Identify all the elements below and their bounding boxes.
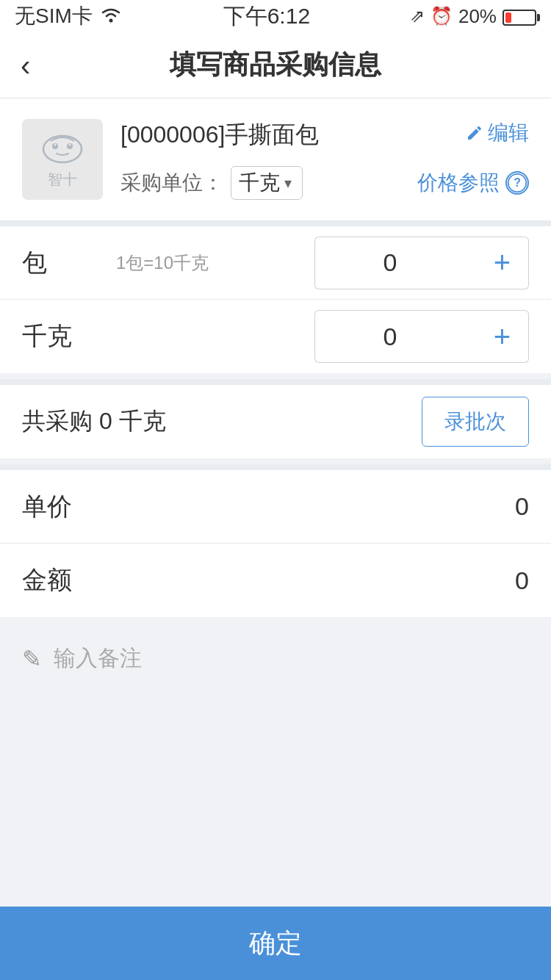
kg-plus-button[interactable]: + [476, 310, 529, 363]
batch-button[interactable]: 录批次 [422, 397, 529, 447]
unit-value: 千克 [239, 169, 280, 197]
price-ref-label: 价格参照 [417, 169, 500, 197]
price-reference-button[interactable]: 价格参照 ? [417, 169, 529, 197]
owl-label: 智十 [48, 170, 77, 190]
kg-qty-wrapper: + [314, 310, 529, 363]
product-meta: 采购单位： 千克 ▾ 价格参照 ? [120, 166, 529, 200]
status-indicators: ⇗ ⏰ 20% [410, 5, 536, 28]
edit-label: 编辑 [488, 119, 529, 147]
status-time: 下午6:12 [223, 1, 310, 32]
status-carrier-wifi: 无SIM卡 [15, 2, 123, 30]
svg-point-4 [54, 143, 57, 145]
svg-point-1 [43, 136, 82, 162]
svg-text:?: ? [514, 176, 521, 189]
wifi-icon [98, 4, 123, 28]
amount-label: 金额 [22, 563, 72, 597]
bao-qty-wrapper: + [314, 237, 529, 289]
product-header: [0000006]手撕面包 编辑 [120, 119, 529, 151]
confirm-button[interactable]: 确定 [0, 907, 551, 980]
bao-sublabel: 1包=10千克 [116, 251, 209, 275]
product-card: 智十 [0000006]手撕面包 编辑 采购单位： 千克 ▾ 价格参照 [0, 98, 551, 226]
product-image: 智十 [22, 119, 103, 200]
amount-value: 0 [515, 566, 529, 595]
remark-placeholder: 输入备注 [54, 644, 142, 674]
summary-row: 共采购 0 千克 录批次 [0, 385, 551, 458]
unit-price-label: 单价 [22, 490, 72, 524]
remark-section[interactable]: ✎ 输入备注 [0, 623, 551, 694]
bao-plus-button[interactable]: + [476, 237, 529, 289]
edit-button[interactable]: 编辑 [466, 119, 529, 147]
carrier-label: 无SIM卡 [15, 2, 93, 30]
location-icon: ⇗ [410, 6, 425, 26]
back-button[interactable]: ‹ [21, 51, 30, 80]
bao-label: 包 [22, 246, 110, 280]
kg-label: 千克 [22, 320, 110, 353]
kg-row: 千克 + [0, 300, 551, 373]
help-icon: ? [505, 171, 529, 195]
bottom-spacer [0, 694, 551, 922]
kg-quantity-input[interactable] [314, 310, 476, 363]
summary-value: 0 [99, 408, 112, 434]
unit-label: 采购单位： 千克 ▾ [120, 166, 303, 200]
unit-select[interactable]: 千克 ▾ [231, 166, 303, 200]
price-section: 单价 0 金额 0 [0, 464, 551, 617]
alarm-icon: ⏰ [431, 6, 453, 26]
bao-row: 包 1包=10千克 + [0, 226, 551, 300]
pencil-icon: ✎ [22, 645, 42, 673]
product-info: [0000006]手撕面包 编辑 采购单位： 千克 ▾ 价格参照 [120, 119, 529, 200]
bao-quantity-input[interactable] [314, 237, 476, 289]
page-title: 填写商品采购信息 [170, 47, 381, 83]
summary-section: 共采购 0 千克 录批次 [0, 379, 551, 458]
nav-bar: ‹ 填写商品采购信息 [0, 32, 551, 98]
battery-icon [503, 5, 536, 28]
summary-unit: 千克 [119, 408, 166, 434]
chevron-down-icon: ▾ [284, 174, 292, 192]
svg-point-5 [69, 143, 71, 145]
status-bar: 无SIM卡 下午6:12 ⇗ ⏰ 20% [0, 0, 551, 32]
unit-price-row: 单价 0 [0, 470, 551, 544]
summary-text: 共采购 0 千克 [22, 406, 166, 438]
svg-point-0 [109, 19, 112, 23]
amount-row: 金额 0 [0, 544, 551, 617]
unit-price-value: 0 [515, 492, 529, 521]
battery-percent: 20% [458, 5, 497, 28]
quantity-section: 包 1包=10千克 + 千克 + [0, 226, 551, 373]
product-name: [0000006]手撕面包 [120, 119, 319, 151]
